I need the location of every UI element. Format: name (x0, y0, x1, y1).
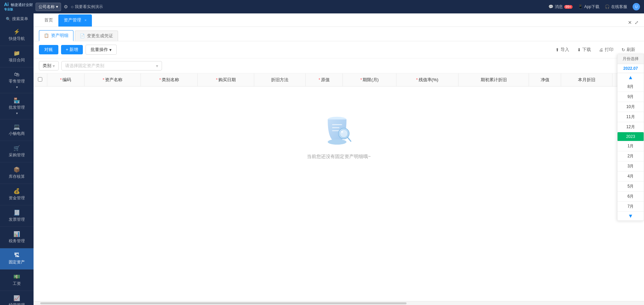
month-item-6[interactable]: 6月 (618, 192, 644, 202)
category-label: 类别 (43, 63, 51, 69)
user-avatar[interactable]: U (633, 3, 640, 10)
import-button[interactable]: ⬆ 导入 (552, 45, 573, 54)
sidebar-item-fixed-assets[interactable]: 🏗 固定资产 (0, 248, 34, 269)
asset-detail-tab-label: 资产明细 (51, 33, 68, 39)
category-filter[interactable]: 类别 ▾ (39, 61, 59, 70)
sidebar-item-salary[interactable]: 💵 工资 (0, 269, 34, 291)
retail-expand-icon: ▾ (16, 85, 18, 89)
month-nav-up[interactable]: ▲ (618, 73, 644, 82)
sidebar: 🔍 搜索菜单 ⚡ 快捷导航 📁 项目合同 🛍 零售管理 ▾ 🏪 批发管理 ▾ 💻… (0, 13, 34, 305)
retail-icon: 🛍 (14, 71, 19, 78)
top-bar-left: Ai 畅捷通好业财 专业版 公司名称 ▾ ⚙ 我要看实例演示 (4, 2, 103, 12)
tab-asset-management[interactable]: 资产管理 × (58, 14, 92, 27)
sidebar-item-quick-nav[interactable]: ⚡ 快捷导航 (0, 24, 34, 46)
month-item-11[interactable]: 11月 (618, 112, 644, 122)
add-button[interactable]: + 新增 (61, 45, 83, 54)
salary-label: 工资 (13, 281, 21, 287)
app-download-btn[interactable]: 📱 App下载 (578, 4, 599, 10)
month-nav-down[interactable]: ▼ (618, 212, 644, 220)
empty-state: 当前您还没有固定资产明细哦~ (34, 87, 644, 187)
window-close-icon[interactable]: ✕ (628, 20, 632, 25)
tab-bar: 首页 资产管理 × ✕ ⤢ (34, 13, 644, 27)
ecommerce-icon: 💻 (13, 123, 20, 130)
asset-detail-tab-icon: 📋 (44, 33, 49, 38)
month-item-year-badge: 2023 (618, 132, 644, 141)
sidebar-item-operations[interactable]: 📈 经营管理 (0, 291, 34, 305)
toolbar: 对账 + 新增 批量操作 ▾ ⬆ 导入 ⬇ 下载 (34, 41, 644, 58)
tab-home[interactable]: 首页 (39, 14, 58, 27)
month-panel-selected: 2022.07 (618, 64, 644, 73)
month-nav-up-icon: ▲ (628, 74, 633, 81)
company-selector[interactable]: 公司名称 ▾ (36, 3, 61, 11)
reconcile-button[interactable]: 对账 (39, 45, 58, 54)
sidebar-item-retail[interactable]: 🛍 零售管理 ▾ (0, 67, 34, 93)
sidebar-item-purchase[interactable]: 🛒 采购管理 (0, 141, 34, 162)
category-input[interactable]: 请选择固定资产类别 ▾ (61, 61, 162, 70)
month-panel: 月份选择 2022.07 ▲ 8月 9月 10月 11月 12月 2023 1月… (617, 54, 644, 221)
th-net-value: 净值 (529, 73, 561, 87)
sidebar-item-search[interactable]: 🔍 搜索菜单 (0, 13, 34, 24)
month-item-12[interactable]: 12月 (618, 122, 644, 132)
month-item-4[interactable]: 4月 (618, 171, 644, 182)
settings-icon[interactable]: ⚙ (64, 4, 68, 9)
fixed-assets-label: 固定资产 (9, 259, 25, 265)
refresh-icon: ↻ (622, 47, 625, 52)
sidebar-item-wholesale[interactable]: 🏪 批发管理 ▾ (0, 93, 34, 119)
th-original-value: *原值 (306, 73, 343, 87)
bottom-scrollbar[interactable] (34, 301, 644, 305)
page-content: 📋 资产明细 📄 变更生成凭证 对账 + 新增 批量操作 ▾ (34, 27, 644, 305)
online-service-btn[interactable]: 🎧 在线客服 (605, 4, 627, 10)
table-container: *编码 *资产名称 *类别名称 *购买日期 折旧方法 *原值 *期限(月) *残… (34, 73, 644, 301)
tab-close-icon[interactable]: × (85, 18, 87, 22)
sub-tab-bar: 📋 资产明细 📄 变更生成凭证 (34, 27, 644, 41)
bottom-scroll-thumb[interactable] (40, 302, 407, 304)
empty-illustration (319, 113, 359, 147)
sub-tab-asset-detail[interactable]: 📋 资产明细 (39, 30, 73, 41)
download-button[interactable]: ⬇ 下载 (574, 45, 594, 54)
sub-tab-change-voucher[interactable]: 📄 变更生成凭证 (75, 31, 118, 41)
download-icon: ⬇ (577, 47, 581, 52)
month-item-9[interactable]: 9月 (618, 92, 644, 102)
sidebar-item-finance[interactable]: 💰 资金管理 (0, 184, 34, 205)
logo-ai-text: Ai (4, 2, 9, 7)
operations-icon: 📈 (13, 295, 20, 301)
user-initial: U (635, 5, 637, 9)
company-dropdown-icon: ▾ (56, 4, 58, 9)
month-item-8[interactable]: 8月 (618, 82, 644, 92)
demo-link[interactable]: 我要看实例演示 (71, 4, 103, 10)
month-item-10[interactable]: 10月 (618, 102, 644, 112)
window-maximize-icon[interactable]: ⤢ (635, 20, 639, 25)
change-voucher-tab-label: 变更生成凭证 (87, 33, 113, 39)
th-monthly-depreciation: 本月折旧 (561, 73, 612, 87)
message-btn[interactable]: 💬 消息 99+ (548, 4, 573, 10)
sidebar-item-tax[interactable]: 📊 税务管理 (0, 227, 34, 248)
month-item-7[interactable]: 7月 (618, 202, 644, 212)
month-item-2[interactable]: 2月 (618, 151, 644, 161)
tax-icon: 📊 (13, 231, 20, 237)
logo-edition: 专业版 (4, 7, 33, 12)
print-button[interactable]: 🖨 打印 (596, 45, 617, 54)
sidebar-item-project-contract[interactable]: 📁 项目合同 (0, 46, 34, 67)
select-all-checkbox[interactable] (38, 77, 42, 82)
app-download-label: App下载 (584, 4, 599, 10)
tab-asset-label: 资产管理 (64, 17, 81, 22)
month-item-5[interactable]: 5月 (618, 182, 644, 192)
app-logo: Ai 畅捷通好业财 专业版 (4, 2, 33, 12)
top-bar-right: 💬 消息 99+ 📱 App下载 🎧 在线客服 U (548, 3, 640, 10)
month-item-1[interactable]: 1月 (618, 141, 644, 151)
refresh-button[interactable]: ↻ 刷新 (618, 45, 639, 54)
sidebar-item-invoice[interactable]: 🧾 发票管理 (0, 205, 34, 227)
online-service-label: 在线客服 (611, 4, 627, 10)
sidebar-item-ecommerce[interactable]: 💻 小畅电商 (0, 119, 34, 141)
svg-rect-3 (332, 127, 339, 128)
invoice-label: 发票管理 (9, 217, 25, 222)
empty-message: 当前您还没有固定资产明细哦~ (307, 154, 371, 160)
batch-ops-button[interactable]: 批量操作 ▾ (86, 45, 117, 55)
tax-label: 税务管理 (9, 238, 25, 244)
sidebar-item-inventory[interactable]: 📦 库存核算 (0, 162, 34, 184)
fixed-assets-icon: 🏗 (14, 252, 19, 258)
inventory-icon: 📦 (13, 166, 20, 173)
month-item-3[interactable]: 3月 (618, 161, 644, 171)
change-voucher-tab-icon: 📄 (80, 34, 85, 38)
print-icon: 🖨 (599, 47, 603, 52)
